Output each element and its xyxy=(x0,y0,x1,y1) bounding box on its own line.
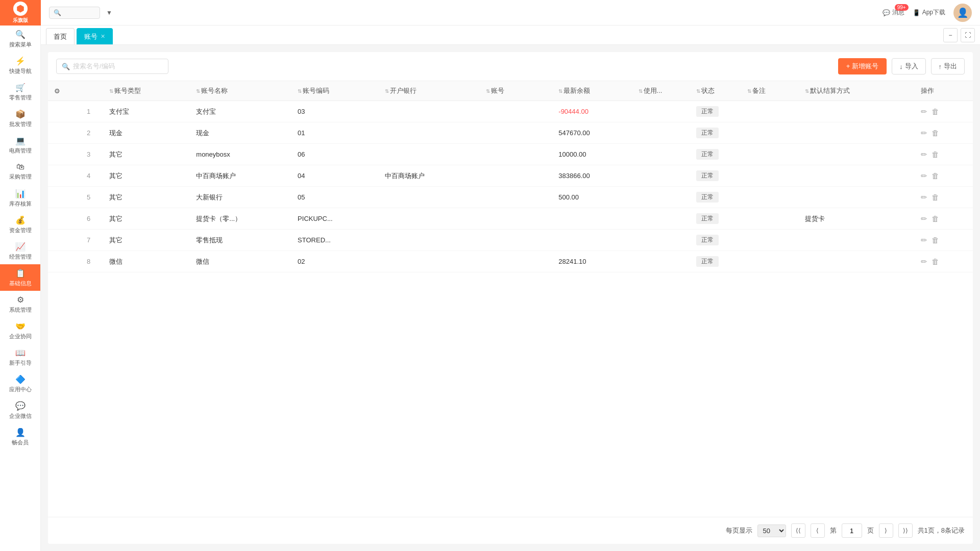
row-settings xyxy=(48,101,74,122)
total-info: 共1页，8条记录 xyxy=(918,526,965,535)
edit-button[interactable]: ✏ xyxy=(921,193,927,202)
row-code: 02 xyxy=(291,251,378,272)
topbar-dropdown[interactable]: ▼ xyxy=(106,9,112,16)
sidebar-label-retail: 零售管理 xyxy=(9,94,32,102)
prev-page-button[interactable]: ⟨ xyxy=(811,523,825,538)
row-name: 支付宝 xyxy=(190,101,291,122)
sidebar-item-wholesale[interactable]: 📦批发管理 xyxy=(0,105,40,132)
page-label: 第 xyxy=(830,526,837,535)
row-code: 05 xyxy=(291,187,378,208)
delete-button[interactable]: 🗑 xyxy=(932,257,939,266)
user-avatar[interactable]: 👤 xyxy=(953,4,972,22)
row-status: 正常 xyxy=(690,230,741,251)
delete-button[interactable]: 🗑 xyxy=(932,214,939,223)
sidebar-label-search: 搜索菜单 xyxy=(9,41,32,48)
row-use xyxy=(632,251,691,272)
row-status: 正常 xyxy=(690,101,741,122)
logo-icon xyxy=(13,2,28,16)
col-name[interactable]: ⇅账号名称 xyxy=(190,81,291,101)
sidebar-item-agreement[interactable]: 🤝企业协同 xyxy=(0,317,40,344)
sidebar-label-wechat: 企业微信 xyxy=(9,412,32,420)
sidebar-item-guide[interactable]: 📖新手引导 xyxy=(0,344,40,370)
col-settings[interactable]: ⚙ xyxy=(48,81,74,101)
delete-button[interactable]: 🗑 xyxy=(932,107,939,116)
row-ops: ✏ 🗑 xyxy=(915,251,973,272)
message-badge: 99+ xyxy=(895,4,909,11)
sidebar-item-finance[interactable]: 💰资金管理 xyxy=(0,211,40,238)
sidebar-item-operations[interactable]: 📈经营管理 xyxy=(0,238,40,264)
col-type[interactable]: ⇅账号类型 xyxy=(103,81,190,101)
app-logo: 乐旗版 xyxy=(0,0,41,26)
col-bank[interactable]: ⇅开户银行 xyxy=(379,81,480,101)
status-badge: 正常 xyxy=(696,235,719,245)
export-button[interactable]: ↑ 导出 xyxy=(931,58,965,74)
row-account xyxy=(480,144,552,165)
page-input[interactable] xyxy=(842,523,862,538)
tab-home[interactable]: 首页 xyxy=(46,28,75,44)
sidebar-item-search[interactable]: 🔍搜索菜单 xyxy=(0,26,40,52)
sidebar-item-inventory[interactable]: 📊库存核算 xyxy=(0,185,40,211)
sidebar-item-retail[interactable]: 🛒零售管理 xyxy=(0,79,40,105)
import-button[interactable]: ↓ 导入 xyxy=(892,58,926,74)
tab-account[interactable]: 账号 ✕ xyxy=(77,28,113,44)
add-account-button[interactable]: + 新增账号 xyxy=(838,58,887,74)
quicknav-icon: ⚡ xyxy=(15,56,26,66)
topbar-right: 💬 消息 99+ 📱 App下载 👤 xyxy=(883,4,972,22)
delete-button[interactable]: 🗑 xyxy=(932,193,939,202)
col-balance[interactable]: ⇅最新余额 xyxy=(552,81,632,101)
next-page-button[interactable]: ⟩ xyxy=(879,523,893,538)
last-page-button[interactable]: ⟩⟩ xyxy=(898,523,913,538)
row-notes xyxy=(741,230,799,251)
edit-button[interactable]: ✏ xyxy=(921,129,927,138)
row-type: 现金 xyxy=(103,122,190,144)
close-tab-icon[interactable]: ✕ xyxy=(101,33,105,40)
search-box[interactable]: 🔍 搜索名号/编码 xyxy=(56,59,168,74)
col-account[interactable]: ⇅账号 xyxy=(480,81,552,101)
sidebar-item-wechat[interactable]: 💬企业微信 xyxy=(0,397,40,423)
edit-button[interactable]: ✏ xyxy=(921,171,927,181)
row-account xyxy=(480,165,552,187)
topbar-search[interactable]: 🔍 xyxy=(49,7,100,19)
col-ops: 操作 xyxy=(915,81,973,101)
page-suffix: 页 xyxy=(867,526,874,535)
minimize-button[interactable]: − xyxy=(943,28,958,42)
delete-button[interactable]: 🗑 xyxy=(932,129,939,138)
page-size-select[interactable]: 50 20 100 xyxy=(757,524,786,537)
operations-icon: 📈 xyxy=(15,242,26,252)
delete-button[interactable]: 🗑 xyxy=(932,150,939,159)
sidebar-item-basicinfo[interactable]: 📋基础信息 xyxy=(0,264,40,291)
first-page-button[interactable]: ⟨⟨ xyxy=(791,523,805,538)
delete-button[interactable]: 🗑 xyxy=(932,236,939,245)
edit-button[interactable]: ✏ xyxy=(921,257,927,266)
edit-button[interactable]: ✏ xyxy=(921,236,927,245)
edit-button[interactable]: ✏ xyxy=(921,150,927,159)
delete-button[interactable]: 🗑 xyxy=(932,171,939,181)
sidebar-item-purchase[interactable]: 🛍采购管理 xyxy=(0,158,40,185)
status-badge: 正常 xyxy=(696,213,719,224)
edit-button[interactable]: ✏ xyxy=(921,214,927,223)
topbar: 🔍 ▼ 💬 消息 99+ 📱 App下载 👤 xyxy=(41,0,980,26)
col-status[interactable]: ⇅状态 xyxy=(690,81,741,101)
sidebar-item-member[interactable]: 👤畅会员 xyxy=(0,423,40,450)
sidebar-item-appcenter[interactable]: 🔷应用中心 xyxy=(0,370,40,397)
row-notes xyxy=(741,101,799,122)
sidebar-item-system[interactable]: ⚙系统管理 xyxy=(0,291,40,317)
sidebar: 乐旗版 🔍搜索菜单⚡快捷导航🛒零售管理📦批发管理💻电商管理🛍采购管理📊库存核算💰… xyxy=(0,0,41,551)
sidebar-item-quicknav[interactable]: ⚡快捷导航 xyxy=(0,52,40,79)
col-code[interactable]: ⇅账号编码 xyxy=(291,81,378,101)
col-use[interactable]: ⇅使用... xyxy=(632,81,691,101)
app-download-button[interactable]: 📱 App下载 xyxy=(913,8,945,17)
sidebar-label-inventory: 库存核算 xyxy=(9,200,32,208)
row-balance: 547670.00 xyxy=(552,122,632,144)
maximize-button[interactable]: ⛶ xyxy=(961,28,975,42)
search-icon: 🔍 xyxy=(15,30,26,39)
col-notes[interactable]: ⇅备注 xyxy=(741,81,799,101)
table-row: 5 其它 大新银行 05 500.00 正常 ✏ 🗑 xyxy=(48,187,973,208)
row-num: 1 xyxy=(74,101,103,122)
sidebar-item-ecommerce[interactable]: 💻电商管理 xyxy=(0,132,40,158)
col-default[interactable]: ⇅默认结算方式 xyxy=(799,81,915,101)
messages-button[interactable]: 💬 消息 99+ xyxy=(883,8,904,17)
row-code: 01 xyxy=(291,122,378,144)
table-row: 7 其它 零售抵现 STORED... 正常 ✏ 🗑 xyxy=(48,230,973,251)
edit-button[interactable]: ✏ xyxy=(921,107,927,116)
